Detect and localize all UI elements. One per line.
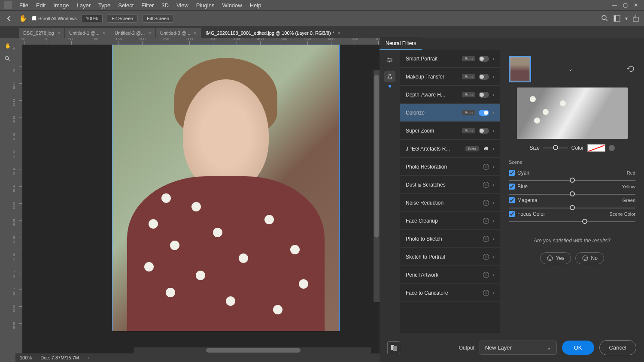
yes-button[interactable]: Yes [540, 252, 571, 264]
back-icon[interactable] [4, 13, 15, 24]
filter-toggle[interactable] [479, 74, 489, 80]
close-tab-icon[interactable]: × [58, 30, 60, 36]
menu-select[interactable]: Select [114, 2, 137, 9]
size-slider[interactable] [543, 148, 568, 148]
filter-row-super-zoom[interactable]: Super ZoomBeta› [400, 122, 500, 140]
hand-tool-icon[interactable]: ✋ [3, 41, 12, 51]
color-swatch[interactable] [587, 144, 605, 152]
menu-filter[interactable]: Filter [137, 2, 158, 9]
color-slider[interactable] [509, 180, 635, 181]
filter-row-photo-to-sketch[interactable]: Photo to Sketchi› [400, 230, 500, 248]
flask-icon[interactable] [384, 71, 395, 82]
document-tab[interactable]: DSC_0278.jpg× [19, 28, 65, 38]
chevron-down-icon[interactable]: ⌄ [568, 66, 573, 72]
close-tab-icon[interactable]: × [337, 30, 340, 36]
workspace-icon[interactable] [613, 15, 621, 22]
download-cloud-icon[interactable] [482, 145, 489, 153]
preview-image[interactable] [517, 87, 628, 139]
menu-layer[interactable]: Layer [73, 2, 95, 9]
filter-row-colorize[interactable]: ColorizeBeta› [400, 104, 500, 122]
share-icon[interactable] [632, 15, 640, 22]
filter-row-jpeg-artefacts-r-[interactable]: JPEG Artefacts R...Beta› [400, 140, 500, 158]
info-icon[interactable]: i [483, 182, 489, 188]
filter-name: Sketch to Portrait [406, 254, 480, 260]
info-icon[interactable]: i [483, 164, 489, 170]
filter-row-photo-restoration[interactable]: Photo Restorationi› [400, 158, 500, 176]
info-icon[interactable]: i [483, 218, 489, 224]
cancel-button[interactable]: Cancel [599, 340, 636, 355]
filter-row-pencil-artwork[interactable]: Pencil Artworki› [400, 266, 500, 284]
filter-toggle[interactable] [479, 92, 489, 98]
svg-point-5 [388, 58, 389, 59]
slider-checkbox[interactable] [509, 197, 515, 203]
slider-checkbox[interactable] [509, 170, 515, 176]
document-tab[interactable]: Untitled-2 @...× [110, 28, 156, 38]
reset-icon[interactable] [627, 65, 635, 73]
close-tab-icon[interactable]: × [148, 30, 151, 36]
filter-name: Dust & Scratches [406, 182, 480, 188]
close-icon[interactable]: ✕ [634, 2, 638, 8]
chevron-down-icon[interactable]: ▾ [625, 15, 628, 21]
color-slider[interactable] [509, 208, 635, 208]
canvas-viewport[interactable] [22, 45, 380, 353]
vertical-scrollbar[interactable] [374, 70, 380, 302]
filter-row-noise-reduction[interactable]: Noise Reductioni› [400, 194, 500, 212]
menu-file[interactable]: File [15, 2, 32, 9]
sliders-icon[interactable] [386, 56, 394, 64]
layer-preview-icon[interactable] [387, 341, 400, 354]
face-thumbnail[interactable] [509, 56, 531, 82]
maximize-icon[interactable]: ▢ [623, 2, 628, 8]
filter-toggle[interactable] [479, 128, 489, 134]
neural-filters-tab[interactable]: Neural Filters [380, 37, 422, 50]
filter-row-face-to-caricature[interactable]: Face to Caricaturei› [400, 284, 500, 302]
info-icon[interactable]: i [483, 272, 489, 278]
filter-row-makeup-transfer[interactable]: Makeup TransferBeta› [400, 68, 500, 86]
menu-image[interactable]: Image [49, 2, 73, 9]
close-tab-icon[interactable]: × [194, 30, 196, 36]
info-icon[interactable]: i [483, 254, 489, 260]
menu-type[interactable]: Type [94, 2, 114, 9]
filter-toggle[interactable] [479, 110, 489, 116]
filter-row-smart-portrait[interactable]: Smart PortraitBeta› [400, 50, 500, 68]
color-slider[interactable] [509, 221, 635, 222]
color-slider[interactable] [509, 194, 635, 195]
no-button[interactable]: No [575, 252, 604, 264]
zoom-value[interactable]: 100% [81, 15, 103, 22]
menu-view[interactable]: View [173, 2, 192, 9]
info-icon[interactable]: i [483, 200, 489, 206]
info-icon[interactable]: i [483, 236, 489, 242]
zoom-tool-icon[interactable] [3, 54, 12, 63]
close-tab-icon[interactable]: × [103, 30, 105, 36]
filter-toggle[interactable] [479, 56, 489, 62]
filter-row-sketch-to-portrait[interactable]: Sketch to Portraiti› [400, 248, 500, 266]
output-select[interactable]: New Layer ⌄ [480, 341, 557, 355]
horizontal-scrollbar[interactable] [134, 347, 371, 353]
ok-button[interactable]: OK [562, 341, 594, 355]
search-icon[interactable] [601, 15, 609, 22]
document-tab[interactable]: IMG_20201108_0001_edited.jpg @ 100% (Lay… [201, 28, 345, 38]
filter-row-dust-scratches[interactable]: Dust & Scratchesi› [400, 176, 500, 194]
menu-3d[interactable]: 3D [158, 2, 173, 9]
chevron-right-icon: › [492, 200, 494, 206]
hand-tool-icon[interactable]: ✋ [19, 14, 27, 22]
chevron-right-icon: › [492, 164, 494, 170]
status-arrow-icon[interactable]: › [88, 355, 89, 360]
minimize-icon[interactable]: — [612, 2, 617, 8]
document-tab[interactable]: Untitled-1 @...× [65, 28, 110, 38]
document-tab[interactable]: Untitled-3 @...× [156, 28, 201, 38]
filter-row-depth-aware-h-[interactable]: Depth-Aware H...Beta› [400, 86, 500, 104]
color-picker-icon[interactable] [609, 145, 615, 151]
info-icon[interactable]: i [483, 290, 489, 296]
slider-checkbox[interactable] [509, 211, 515, 217]
menu-window[interactable]: Window [218, 2, 246, 9]
fit-screen-button[interactable]: Fit Screen [107, 14, 138, 23]
menu-help[interactable]: Help [246, 2, 265, 9]
scroll-all-windows-checkbox[interactable]: Scroll All Windows [32, 16, 77, 21]
output-value: New Layer [485, 344, 512, 351]
filter-row-face-cleanup[interactable]: Face Cleanupi› [400, 212, 500, 230]
menu-plugins[interactable]: Plugins [192, 2, 219, 9]
active-indicator-icon [389, 85, 391, 87]
slider-checkbox[interactable] [509, 184, 515, 190]
menu-edit[interactable]: Edit [32, 2, 49, 9]
fill-screen-button[interactable]: Fill Screen [142, 14, 174, 23]
